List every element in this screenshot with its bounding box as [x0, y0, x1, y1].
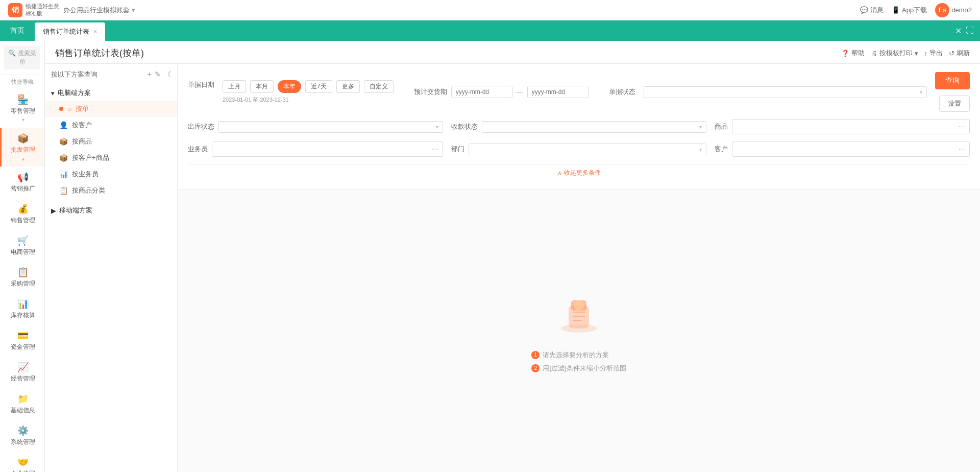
salesperson-input[interactable]: ···: [212, 141, 443, 157]
purchase-icon: 📋: [17, 267, 29, 278]
sidebar-item-label: 企业协同: [11, 469, 35, 472]
query-button[interactable]: 查询: [935, 72, 970, 89]
basic-icon: 📁: [17, 393, 29, 405]
date-btn-group: 上月 本月 本年 近7天 更多 自定义: [223, 80, 394, 93]
app-download-button[interactable]: 📱 App下载: [892, 6, 927, 15]
sidebar-item-basic[interactable]: 📁 基础信息: [0, 388, 44, 420]
sidebar-item-purchase[interactable]: 📋 采购管理: [0, 262, 44, 293]
date-more-btn[interactable]: 更多: [336, 80, 360, 93]
window-close-button[interactable]: ✕: [955, 26, 962, 36]
order-status-select[interactable]: ▾: [644, 86, 927, 98]
tab-sales-order[interactable]: 销售订单统计表 ×: [35, 22, 105, 41]
sidebar-item-ecommerce[interactable]: 🛒 电商管理: [0, 230, 44, 262]
wholesale-icon: 📦: [17, 133, 29, 144]
tab-bar-actions: ✕ ⛶: [955, 26, 980, 36]
date-range-display: 2023-01-01 至 2023-12-31: [223, 96, 394, 104]
scheme-collapse-icon[interactable]: 《: [164, 70, 171, 79]
scheme-item-by-cust-goods[interactable]: 📦 按客户+商品: [45, 150, 177, 166]
salesperson-label: 业务员: [188, 145, 208, 154]
collapse-bar[interactable]: ∧ 收起更多条件: [188, 164, 970, 181]
tab-home[interactable]: 首页: [0, 20, 35, 41]
scheme-item-by-category[interactable]: 📋 按商品分类: [45, 182, 177, 199]
sidebar-item-system[interactable]: ⚙️ 系统管理: [0, 420, 44, 452]
content-area: 销售订单统计表(按单) ❓ 帮助 🖨 按模板打印 ▾ ↑ 导出 ↺ 刷新: [45, 41, 980, 472]
tab-close-icon[interactable]: ×: [93, 28, 97, 35]
empty-illustration: [553, 288, 604, 340]
department-select[interactable]: ▾: [469, 144, 706, 155]
user-profile[interactable]: Ea demo2: [935, 3, 972, 17]
sidebar-item-inventory[interactable]: 📊 库存核算: [0, 293, 44, 325]
message-button[interactable]: 💬 消息: [860, 6, 884, 15]
sidebar-item-label: 基础信息: [11, 406, 35, 415]
scheme-add-icon[interactable]: +: [148, 70, 152, 79]
date-last-month-btn[interactable]: 上月: [223, 80, 246, 93]
goods-more-icon[interactable]: ···: [959, 122, 965, 131]
salesperson-more-icon[interactable]: ···: [432, 145, 438, 154]
expected-date-to[interactable]: [527, 86, 589, 98]
download-icon: 📱: [892, 6, 900, 14]
scheme-item-by-customer[interactable]: 👤 按客户: [45, 117, 177, 133]
sidebar-nav-label: 快捷导航: [0, 75, 44, 89]
sidebar-item-wholesale[interactable]: 📦 批发管理 ▴: [0, 128, 44, 167]
department-label: 部门: [451, 145, 464, 154]
operation-icon: 📈: [17, 362, 29, 373]
expected-date-from[interactable]: [451, 86, 512, 98]
scheme-edit-icon[interactable]: ✎: [155, 70, 161, 79]
query-btn-group: 查询 设置: [935, 72, 970, 112]
scheme-header-label: 按以下方案查询: [51, 70, 97, 79]
scheme-panel: 按以下方案查询 + ✎ 《 ▾ 电脑端方案 ○: [45, 64, 178, 472]
refresh-button[interactable]: ↺ 刷新: [949, 49, 970, 58]
header-title-area: 办公用品行业模拟账套 ▾: [63, 6, 135, 15]
scheme-mobile-header[interactable]: ▶ 移动端方案: [45, 203, 177, 218]
logo-icon: 销: [8, 3, 22, 17]
scheme-item-label: 按业务员: [72, 170, 99, 179]
sidebar-item-label: 销售管理: [11, 216, 35, 225]
goods-input[interactable]: ···: [732, 119, 970, 134]
scheme-item-by-order[interactable]: ○ 按单: [45, 101, 177, 117]
payment-chevron: ▾: [699, 124, 702, 130]
date-this-year-btn[interactable]: 本年: [278, 80, 301, 93]
header-dropdown-icon[interactable]: ▾: [132, 6, 135, 14]
sidebar-item-label: 零售管理: [11, 107, 35, 115]
filter-row-2: 出库状态 ▾ 收款状态 ▾: [188, 119, 970, 134]
date-custom-btn[interactable]: 自定义: [364, 80, 394, 93]
settings-button[interactable]: 设置: [939, 96, 970, 112]
payment-status-col: 收款状态 ▾: [451, 121, 706, 133]
print-button[interactable]: 🖨 按模板打印 ▾: [871, 49, 918, 58]
goods-icon: 📦: [59, 137, 68, 146]
date-last7days-btn[interactable]: 近7天: [305, 80, 332, 93]
tab-bar: 首页 销售订单统计表 × ✕ ⛶: [0, 20, 980, 41]
delivery-status-col: 出库状态 ▾: [188, 121, 443, 133]
enterprise-icon: 🤝: [17, 457, 29, 468]
sidebar-item-label: 经营管理: [11, 374, 35, 383]
sidebar-item-retail[interactable]: 🏪 零售管理 ▾: [0, 89, 44, 128]
help-button[interactable]: ❓ 帮助: [841, 49, 865, 58]
scheme-pc-header[interactable]: ▾ 电脑端方案: [45, 85, 177, 101]
date-label: 单据日期: [188, 80, 218, 89]
sidebar-item-marketing[interactable]: 📢 营销推广: [0, 167, 44, 198]
customer-input[interactable]: ···: [732, 141, 970, 157]
search-menu-button[interactable]: 🔍 搜索菜单: [4, 46, 40, 69]
sidebar-item-finance[interactable]: 💳 资金管理: [0, 325, 44, 357]
delivery-status-select[interactable]: ▾: [218, 121, 443, 133]
export-button[interactable]: ↑ 导出: [924, 49, 943, 58]
payment-status-select[interactable]: ▾: [482, 121, 706, 133]
sidebar-item-sales[interactable]: 💰 销售管理: [0, 198, 44, 230]
window-maximize-button[interactable]: ⛶: [966, 26, 974, 35]
page-title: 销售订单统计表(按单): [55, 47, 144, 59]
customer-more-icon[interactable]: ···: [959, 145, 965, 154]
help-icon: ❓: [841, 50, 849, 57]
customer-label: 客户: [715, 145, 728, 154]
sidebar-item-enterprise[interactable]: 🤝 企业协同: [0, 452, 44, 472]
customer-col: 客户 ···: [715, 141, 970, 157]
system-icon: ⚙️: [17, 425, 29, 436]
scheme-item-by-goods[interactable]: 📦 按商品: [45, 133, 177, 150]
scheme-item-by-salesperson[interactable]: 📊 按业务员: [45, 166, 177, 182]
goods-col: 商品 ···: [715, 119, 970, 134]
top-header: 销 畅捷通好生意 标准版 办公用品行业模拟账套 ▾ 💬 消息 📱 App下载 E…: [0, 0, 980, 20]
date-this-month-btn[interactable]: 本月: [250, 80, 274, 93]
logo-text: 畅捷通好生意 标准版: [26, 3, 59, 16]
scheme-mobile-section: ▶ 移动端方案: [45, 201, 177, 220]
scheme-item-label: 按单: [76, 104, 89, 113]
sidebar-item-operation[interactable]: 📈 经营管理: [0, 357, 44, 388]
